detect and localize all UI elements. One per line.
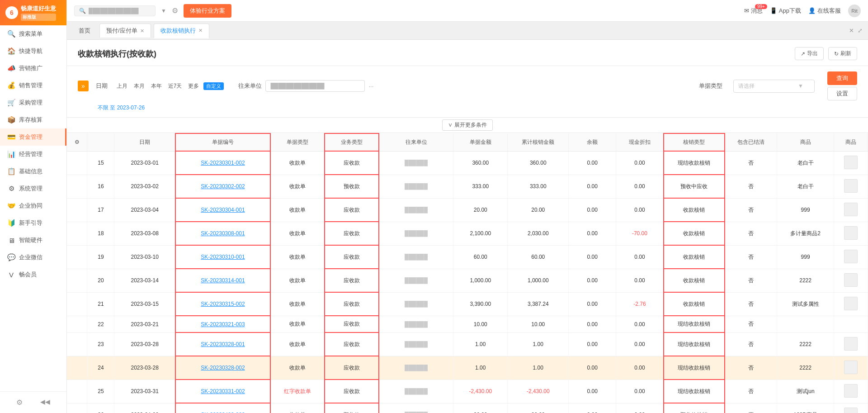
td-goodsimg xyxy=(834,151,868,175)
settings-button[interactable]: 设置 xyxy=(827,87,857,100)
collapse-icon[interactable]: ◀◀ xyxy=(40,398,50,407)
tab-home[interactable]: 首页 xyxy=(72,24,97,38)
topbar-dropdown[interactable]: ▼ xyxy=(161,8,166,14)
td-include: 否 xyxy=(725,222,777,245)
td-biztype: 预收款 xyxy=(325,175,379,198)
td-docno[interactable]: SK-20230331-002 xyxy=(175,380,270,403)
query-button[interactable]: 查询 xyxy=(827,71,857,85)
filter-custom-btn[interactable]: 自定义 xyxy=(203,82,224,90)
td-docno[interactable]: SK-20230308-001 xyxy=(175,222,270,245)
filter-date-thismonth[interactable]: 本月 xyxy=(132,81,146,91)
sidebar-item-guide[interactable]: 🔰 新手引导 xyxy=(0,214,66,232)
td-cumamt: 60.00 xyxy=(508,245,569,269)
goods-thumbnail xyxy=(844,179,858,193)
td-partner: ██████ xyxy=(379,380,453,403)
sidebar-item-sales[interactable]: 💰 销售管理 xyxy=(0,77,66,94)
filter-date-more[interactable]: 更多 xyxy=(186,81,201,91)
tab-expand-icon[interactable]: ⤢ xyxy=(858,27,863,34)
filter-partner-input[interactable]: ██████████████ xyxy=(265,80,365,92)
sidebar-item-hardware[interactable]: 🖥 智能硬件 xyxy=(0,232,66,249)
sidebar-item-operations[interactable]: 📊 经营管理 xyxy=(0,146,66,163)
sidebar-item-search[interactable]: 🔍 搜索菜单 xyxy=(0,25,66,43)
td-goodsimg xyxy=(834,356,868,380)
td-docno[interactable]: SK-20230315-002 xyxy=(175,292,270,316)
td-goodsimg xyxy=(834,380,868,403)
td-balance: 0.00 xyxy=(569,332,616,356)
td-docno[interactable]: SK-20230304-001 xyxy=(175,198,270,222)
tab-close-verify[interactable]: ✕ xyxy=(198,28,203,33)
filter-doctype-select[interactable]: 请选择 ▼ xyxy=(733,80,815,93)
td-discount: 0.00 xyxy=(616,269,664,292)
user-avatar[interactable]: Rit xyxy=(848,5,861,17)
select-arrow-icon: ▼ xyxy=(798,83,803,89)
tab-close-window-icon[interactable]: ✕ xyxy=(849,27,854,34)
td-goods: 多计量商品2 xyxy=(777,222,834,245)
td-biztype: 应收款 xyxy=(325,292,379,316)
td-goods: 999 xyxy=(777,198,834,222)
tab-prepay[interactable]: 预付/应付单 ✕ xyxy=(99,24,151,38)
sidebar-item-member[interactable]: V 畅会员 xyxy=(0,266,66,283)
sidebar-logo-icon: 6 xyxy=(5,6,18,19)
sidebar-item-marketing[interactable]: 📣 营销推广 xyxy=(0,60,66,77)
content-area: 收款核销执行(按收款) ↗ 导出 ↻ 刷新 » 日期 上月 本月 xyxy=(67,40,868,413)
sidebar-item-quicknav[interactable]: 🏠 快捷导航 xyxy=(0,43,66,60)
filter-date-7days[interactable]: 近7天 xyxy=(166,81,184,91)
td-no: 24 xyxy=(87,356,114,380)
td-docno[interactable]: SK-20230310-001 xyxy=(175,245,270,269)
filter-date-options: 上月 本月 本年 近7天 更多 自定义 xyxy=(115,81,224,91)
app-download-button[interactable]: 📱 App下载 xyxy=(770,7,801,15)
td-vertype: 现结收款核销 xyxy=(664,332,725,356)
table-row: 172023-03-04SK-20230304-001收款单应收款██████2… xyxy=(67,198,868,222)
tab-verify[interactable]: 收款核销执行 ✕ xyxy=(154,24,209,38)
td-discount: 0.00 xyxy=(616,198,664,222)
filter-partner-label: 往来单位 xyxy=(238,82,262,90)
td-settings xyxy=(67,269,87,292)
td-partner: ██████ xyxy=(379,403,453,413)
settings-icon[interactable]: ⚙ xyxy=(16,398,23,407)
td-docno[interactable]: SK-20230302-002 xyxy=(175,175,270,198)
filter-date-lastmonth[interactable]: 上月 xyxy=(115,81,129,91)
message-button[interactable]: ✉ 消息 99+ xyxy=(744,7,763,15)
sidebar-item-inventory[interactable]: 📦 库存核算 xyxy=(0,111,66,128)
online-service-button[interactable]: 👤 在线客服 xyxy=(808,7,841,15)
td-settings xyxy=(67,151,87,175)
td-docno[interactable]: SK-20230328-001 xyxy=(175,332,270,356)
filter-expand-arrow[interactable]: » xyxy=(78,81,89,91)
th-settings[interactable]: ⚙ xyxy=(67,133,87,151)
tab-close-prepay[interactable]: ✕ xyxy=(140,28,144,34)
refresh-button[interactable]: ↻ 刷新 xyxy=(828,47,857,60)
td-docno[interactable]: SK-20230301-002 xyxy=(175,151,270,175)
td-vertype: 现结收款核销 xyxy=(664,356,725,380)
td-docno[interactable]: SK-20230403-002 xyxy=(175,403,270,413)
sidebar-item-purchase[interactable]: 🛒 采购管理 xyxy=(0,94,66,111)
td-settings xyxy=(67,292,87,316)
td-docno[interactable]: SK-20230314-001 xyxy=(175,269,270,292)
td-cumamt: 333.00 xyxy=(508,175,569,198)
td-date: 2023-03-28 xyxy=(114,332,175,356)
td-no: 23 xyxy=(87,332,114,356)
topbar-search-box[interactable]: 🔍 █████████████ xyxy=(74,5,156,16)
sidebar-item-system[interactable]: ⚙ 系统管理 xyxy=(0,180,66,197)
export-button[interactable]: ↗ 导出 xyxy=(795,47,824,60)
gear-icon[interactable]: ⚙ xyxy=(172,6,178,15)
sidebar-item-basic[interactable]: 📋 基础信息 xyxy=(0,163,66,180)
td-no: 25 xyxy=(87,380,114,403)
td-cumamt: 1.00 xyxy=(508,332,569,356)
td-docno[interactable]: SK-20230328-002 xyxy=(175,356,270,380)
td-no: 22 xyxy=(87,316,114,332)
th-discount: 现金折扣 xyxy=(616,133,664,151)
sidebar-item-finance[interactable]: 💳 资金管理 xyxy=(0,128,66,146)
td-discount: 0.00 xyxy=(616,151,664,175)
guide-icon: 🔰 xyxy=(7,219,15,227)
td-discount: 0.00 xyxy=(616,245,664,269)
enterprise-icon: 🤝 xyxy=(7,202,15,210)
expand-conditions-btn[interactable]: ∨ 展开更多条件 xyxy=(442,119,492,131)
td-doctype: 收款单 xyxy=(270,245,325,269)
td-goods: 2222 xyxy=(777,332,834,356)
solution-button[interactable]: 体验行业方案 xyxy=(184,4,231,18)
td-docno[interactable]: SK-20230321-003 xyxy=(175,316,270,332)
filter-date-thisyear[interactable]: 本年 xyxy=(149,81,164,91)
sidebar-item-wechat[interactable]: 💬 企业微信 xyxy=(0,249,66,266)
sidebar-item-enterprise[interactable]: 🤝 企业协同 xyxy=(0,197,66,214)
table-row: 182023-03-08SK-20230308-001收款单应收款██████2… xyxy=(67,222,868,245)
